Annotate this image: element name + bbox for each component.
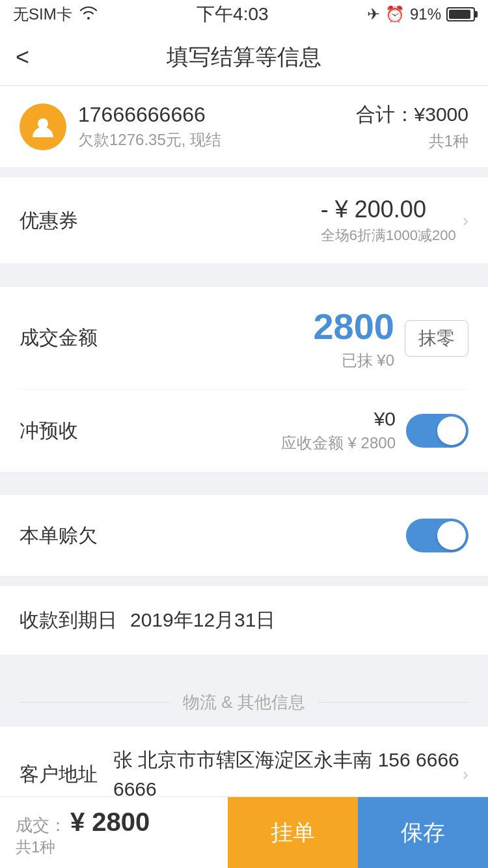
- avatar: [20, 103, 66, 150]
- pending-button[interactable]: 挂单: [228, 797, 358, 869]
- logistics-divider: 物流 & 其他信息: [0, 678, 488, 727]
- toggle-knob: [437, 416, 466, 445]
- debt-label: 本单赊欠: [20, 522, 98, 549]
- duedate-label: 收款到期日: [20, 607, 117, 634]
- section-divider-3: [0, 665, 488, 678]
- customer-card: 17666666666 欠款1276.35元, 现结 合计：¥3000 共1种: [0, 86, 488, 167]
- status-left: 无SIM卡: [13, 4, 98, 25]
- logistics-line-left: [20, 702, 170, 703]
- back-button[interactable]: <: [16, 44, 29, 71]
- battery-percent: 91%: [410, 5, 441, 23]
- content: 17666666666 欠款1276.35元, 现结 合计：¥3000 共1种 …: [0, 86, 488, 868]
- customer-note: 欠款1276.35元, 现结: [78, 129, 221, 150]
- bottom-deal-label: 成交：: [16, 814, 66, 837]
- prepay-row: 冲预收 ¥0 应收金额 ¥ 2800: [20, 390, 468, 472]
- deal-amount-wrapper: 2800 已抹 ¥0: [313, 305, 394, 371]
- address-chevron-icon: ›: [463, 764, 468, 785]
- alarm-icon: ⏰: [385, 5, 405, 23]
- deal-amount-sub: 已抹 ¥0: [313, 350, 394, 371]
- coupon-row[interactable]: 优惠券 - ¥ 200.00 全场6折满1000减200 ›: [0, 178, 488, 264]
- bottom-count: 共1种: [16, 837, 212, 858]
- address-value: 张 北京市市辖区海淀区永丰南 156 6666 6666: [113, 745, 463, 804]
- rounding-button[interactable]: 抹零: [405, 320, 468, 357]
- nav-bar: < 填写结算等信息: [0, 29, 488, 86]
- wifi-icon: [79, 5, 98, 23]
- deal-amount-row: 成交金额 2800 已抹 ¥0 抹零: [20, 287, 468, 390]
- coupon-info: - ¥ 200.00 全场6折满1000减200: [321, 196, 456, 245]
- coupon-label: 优惠券: [20, 208, 78, 234]
- location-icon: ✈︎: [367, 5, 380, 23]
- carrier-text: 无SIM卡: [13, 4, 72, 25]
- total-amount: 合计：¥3000: [356, 102, 468, 128]
- debt-section: 本单赊欠: [0, 495, 488, 576]
- customer-phone: 17666666666: [78, 103, 221, 127]
- coupon-right: - ¥ 200.00 全场6折满1000减200 ›: [321, 196, 468, 245]
- section-divider-1: [0, 274, 488, 287]
- prepay-sub: 应收金额 ¥ 2800: [281, 433, 396, 454]
- battery-fill: [449, 10, 470, 19]
- bottom-summary: 成交： ¥ 2800 共1种: [0, 807, 228, 858]
- coupon-desc: 全场6折满1000减200: [321, 226, 456, 245]
- customer-right: 合计：¥3000 共1种: [356, 102, 468, 152]
- customer-info: 17666666666 欠款1276.35元, 现结: [78, 103, 221, 150]
- battery-icon: [446, 7, 475, 21]
- debt-toggle-knob: [437, 521, 466, 550]
- save-button[interactable]: 保存: [358, 797, 488, 869]
- deal-amount-label: 成交金额: [20, 325, 98, 351]
- duedate-value: 2019年12月31日: [130, 607, 275, 634]
- status-bar: 无SIM卡 下午4:03 ✈︎ ⏰ 91%: [0, 0, 488, 29]
- chevron-right-icon: ›: [463, 210, 468, 231]
- bottom-deal-amount: ¥ 2800: [70, 807, 150, 837]
- customer-left: 17666666666 欠款1276.35元, 现结: [20, 103, 221, 150]
- duedate-section: 收款到期日 2019年12月31日: [0, 586, 488, 655]
- page-title: 填写结算等信息: [167, 42, 321, 72]
- logistics-line-right: [318, 702, 468, 703]
- prepay-amount: ¥0: [281, 408, 396, 430]
- deal-amount-value: 2800: [313, 305, 394, 347]
- coupon-amount: - ¥ 200.00: [321, 196, 456, 223]
- section-divider-2: [0, 482, 488, 495]
- debt-row: 本单赊欠: [20, 495, 468, 576]
- prepay-right: ¥0 应收金额 ¥ 2800: [281, 408, 468, 454]
- total-count: 共1种: [356, 131, 468, 152]
- deal-amount-section: 成交金额 2800 已抹 ¥0 抹零 冲预收 ¥0 应收金额 ¥ 2800: [0, 287, 488, 472]
- status-time: 下午4:03: [197, 2, 269, 27]
- duedate-row[interactable]: 收款到期日 2019年12月31日: [20, 586, 468, 655]
- prepay-toggle[interactable]: [406, 414, 468, 448]
- logistics-text: 物流 & 其他信息: [183, 691, 305, 714]
- bottom-deal-row: 成交： ¥ 2800: [16, 807, 212, 837]
- prepay-amounts: ¥0 应收金额 ¥ 2800: [281, 408, 396, 454]
- address-label: 客户地址: [20, 761, 98, 788]
- debt-toggle[interactable]: [406, 519, 468, 552]
- prepay-label: 冲预收: [20, 418, 78, 444]
- bottom-bar: 成交： ¥ 2800 共1种 挂单 保存: [0, 796, 488, 868]
- status-right: ✈︎ ⏰ 91%: [367, 5, 475, 23]
- deal-amount-right: 2800 已抹 ¥0 抹零: [313, 305, 468, 371]
